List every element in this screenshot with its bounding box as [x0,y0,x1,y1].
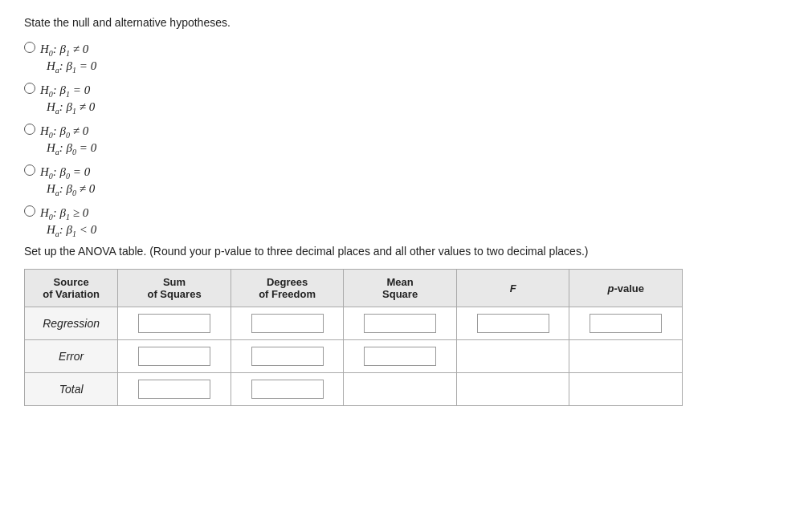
df-total-input[interactable] [251,380,324,399]
col-header-ss: Sumof Squares [118,270,231,307]
anova-intro-text: Set up the ANOVA table. (Round your p-va… [24,245,788,258]
h2-null: H0: β1 = 0 [40,83,90,99]
ms-regression-input[interactable] [364,314,436,333]
h3-null: H0: β0 ≠ 0 [40,124,88,140]
table-header-row: Sourceof Variation Sumof Squares Degrees… [25,270,683,307]
f-regression [456,307,569,340]
h5-null: H0: β1 ≥ 0 [40,206,88,221]
intro-text: State the null and alternative hypothese… [24,16,788,29]
f-error-empty [456,340,569,373]
ss-error [118,340,231,373]
hypothesis-list: H0: β1 ≠ 0 Ha: β1 = 0 H0: β1 = 0 Ha: β1 … [24,40,788,238]
df-regression-input[interactable] [251,314,324,333]
h5-alt: Ha: β1 < 0 [47,223,96,236]
ss-total-input[interactable] [138,380,210,399]
table-row-regression: Regression [25,307,683,340]
ms-error-input[interactable] [364,347,436,366]
col-header-df: Degreesof Freedom [231,270,344,307]
hypothesis-item-2: H0: β1 = 0 Ha: β1 ≠ 0 [24,81,788,116]
ms-total-empty [344,373,457,406]
p-total-empty [569,373,683,406]
h1-alt-row: Ha: β1 = 0 [47,59,788,75]
hypothesis-item-4: H0: β0 = 0 Ha: β0 ≠ 0 [24,163,788,197]
radio-1[interactable] [24,42,35,53]
col-header-f: F [456,270,569,307]
radio-row-2-null[interactable]: H0: β1 = 0 [24,81,788,99]
h4-null: H0: β0 = 0 [40,165,90,181]
h5-alt-row: Ha: β1 < 0 [47,223,788,238]
table-row-total: Total [25,373,683,406]
h3-alt: Ha: β0 = 0 [47,141,96,154]
h3-alt-row: Ha: β0 = 0 [47,141,788,156]
radio-4[interactable] [24,164,35,176]
source-error: Error [25,340,118,373]
h1-null: H0: β1 ≠ 0 [40,43,88,58]
source-regression: Regression [25,307,118,340]
h2-alt: Ha: β1 ≠ 0 [47,100,95,113]
h4-alt-row: Ha: β0 ≠ 0 [47,182,788,197]
col-header-pvalue: p-value [569,270,683,307]
f-total-empty [456,373,569,406]
p-error-empty [569,340,683,373]
ss-regression [118,307,231,340]
df-error-input[interactable] [251,347,324,366]
hypothesis-item-1: H0: β1 ≠ 0 Ha: β1 = 0 [24,40,788,75]
h4-alt: Ha: β0 ≠ 0 [47,182,95,195]
df-total [231,373,344,406]
radio-2[interactable] [24,83,35,94]
f-regression-input[interactable] [477,314,549,333]
hypothesis-item-3: H0: β0 ≠ 0 Ha: β0 = 0 [24,122,788,156]
ms-error [344,340,457,373]
anova-table: Sourceof Variation Sumof Squares Degrees… [24,269,683,406]
ss-regression-input[interactable] [138,314,210,333]
h1-alt: Ha: β1 = 0 [47,59,96,72]
col-header-source: Sourceof Variation [25,270,118,307]
ss-total [118,373,231,406]
hypothesis-item-5: H0: β1 ≥ 0 Ha: β1 < 0 [24,204,788,238]
p-regression [569,307,683,340]
radio-row-4-null[interactable]: H0: β0 = 0 [24,163,788,181]
radio-row-3-null[interactable]: H0: β0 ≠ 0 [24,122,788,140]
ss-error-input[interactable] [138,347,210,366]
radio-row-5-null[interactable]: H0: β1 ≥ 0 [24,204,788,221]
radio-row-1-null[interactable]: H0: β1 ≠ 0 [24,40,788,58]
h2-alt-row: Ha: β1 ≠ 0 [47,100,788,116]
df-error [231,340,344,373]
radio-3[interactable] [24,124,35,135]
radio-5[interactable] [24,205,35,217]
p-regression-input[interactable] [590,314,662,333]
df-regression [231,307,344,340]
table-row-error: Error [25,340,683,373]
ms-regression [344,307,457,340]
source-total: Total [25,373,118,406]
col-header-ms: MeanSquare [344,270,457,307]
